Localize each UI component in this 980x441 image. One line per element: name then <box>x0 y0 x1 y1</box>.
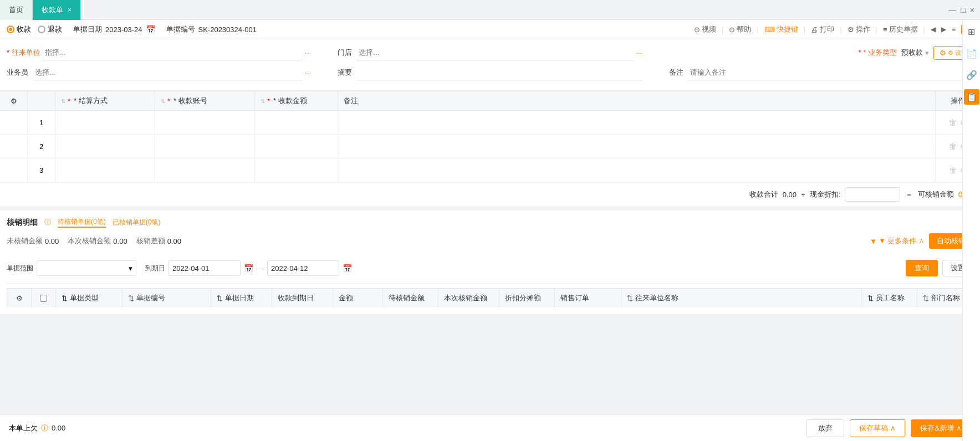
delete-icon-2[interactable]: 🗑 <box>949 142 957 151</box>
staff-more-icon[interactable]: ··· <box>305 68 312 77</box>
th-settings[interactable]: ⚙ <box>0 91 28 110</box>
window-close-icon[interactable]: × <box>970 6 974 14</box>
bottom-info-icon[interactable]: ⓘ <box>41 423 48 433</box>
date-calendar-icon[interactable]: 📅 <box>146 25 155 34</box>
history-btn[interactable]: ≡ 历史单据 <box>883 24 918 34</box>
summary-field: 摘要 <box>338 65 642 80</box>
video-icon: ⊙ <box>694 25 700 34</box>
sidebar-table-icon[interactable]: ⊞ <box>966 24 977 39</box>
filter-more-btn[interactable]: ▼ ▼ 更多条件 ∧ <box>870 236 925 246</box>
verification-section: 核销明细 ⓘ 待核销单据(0笔) 已核销单据(0笔) 未核销金额 0.00 本次… <box>0 211 980 314</box>
td-account-2[interactable] <box>155 135 255 158</box>
due-date-to[interactable] <box>267 260 339 276</box>
nav-next-icon[interactable]: ▶ <box>941 25 946 33</box>
td-note-1[interactable] <box>338 111 936 134</box>
td-settlement-2[interactable] <box>55 135 155 158</box>
print-btn[interactable]: 🖨 打印 <box>811 24 834 34</box>
dth-settings[interactable]: ⚙ <box>7 289 32 307</box>
td-num-1: 1 <box>28 111 55 134</box>
help-icon: ⊙ <box>729 25 735 34</box>
save-draft-button[interactable]: 保存草稿 ∧ <box>850 419 905 437</box>
td-amount-2[interactable] <box>255 135 338 158</box>
query-button[interactable]: 查询 <box>906 260 938 276</box>
range-label: 单据范围 <box>7 264 33 273</box>
dth-checkbox[interactable] <box>32 289 56 307</box>
info-icon[interactable]: ⓘ <box>44 218 51 227</box>
section-title: 核销明细 <box>7 218 38 228</box>
form-row-1: 往来单位 ··· 门店 ··· * 业务类型 预收款 ▾ ⚙ ⚙ 设置 <box>7 45 973 60</box>
td-note-3[interactable] <box>338 158 936 182</box>
th-note: 备注 <box>338 91 936 110</box>
partner-more-icon[interactable]: ··· <box>305 48 312 57</box>
remark-input[interactable] <box>688 65 973 80</box>
business-type-dropdown-icon[interactable]: ▾ <box>925 49 929 57</box>
window-maximize-icon[interactable]: □ <box>961 6 965 14</box>
dth-staff: ⇅ 员工名称 <box>862 289 917 307</box>
select-all-checkbox[interactable] <box>40 295 47 302</box>
right-sidebar: ⊞ 📄 🔗 📋 <box>962 20 980 441</box>
td-amount-1[interactable] <box>255 111 338 134</box>
shortcut-btn[interactable]: ⌨ 快捷键 <box>764 24 798 34</box>
tab-home[interactable]: 首页 <box>0 0 33 20</box>
print-icon: 🖨 <box>811 25 818 34</box>
total-label: 收款合计 <box>749 189 778 199</box>
tab-pending[interactable]: 待核销单据(0笔) <box>58 217 106 228</box>
tab-done[interactable]: 已核销单据(0笔) <box>113 218 161 227</box>
shop-field: 门店 ··· <box>338 45 642 60</box>
th-amount: ⇅ * * 收款金额 <box>255 91 338 110</box>
bottom-buttons: 放弃 保存草稿 ∧ 保存&新增 ∧ <box>807 419 971 437</box>
td-num-2: 2 <box>28 135 55 158</box>
td-amount-3[interactable] <box>255 158 338 182</box>
radio-refund[interactable]: 退款 <box>38 24 62 34</box>
summary-input[interactable] <box>356 65 642 80</box>
delete-icon-1[interactable]: 🗑 <box>949 118 957 127</box>
tab-close-icon[interactable]: × <box>68 6 72 14</box>
equal-symbol: = <box>907 191 911 199</box>
video-btn[interactable]: ⊙ 视频 <box>694 24 716 34</box>
dth-pending: 待核销金额 <box>383 289 438 307</box>
summary-row: 收款合计 0.00 + 现金折扣: = 可核销金额 0.00 <box>0 182 980 206</box>
partner-field: 往来单位 ··· <box>7 45 311 60</box>
shop-more-icon[interactable]: ··· <box>636 48 642 57</box>
form-area: 往来单位 ··· 门店 ··· * 业务类型 预收款 ▾ ⚙ ⚙ 设置 <box>0 39 980 91</box>
partner-input[interactable] <box>43 45 303 60</box>
sidebar-link-icon[interactable]: 🔗 <box>964 68 979 83</box>
delete-icon-3[interactable]: 🗑 <box>949 166 957 175</box>
view-list-icon[interactable]: ≡ <box>952 25 956 33</box>
nav-prev-icon[interactable]: ◀ <box>931 25 936 33</box>
tab-receipt[interactable]: 收款单 × <box>33 0 81 20</box>
staff-input[interactable] <box>33 65 303 80</box>
th-settlement: ⇅ * * 结算方式 <box>55 91 155 110</box>
operation-btn[interactable]: ⚙ 操作 <box>848 24 870 34</box>
td-note-2[interactable] <box>338 135 936 158</box>
date-value: 2023-03-24 <box>105 25 142 34</box>
cal-icon-to[interactable]: 📅 <box>343 264 352 273</box>
sidebar-doc-icon[interactable]: 📄 <box>964 46 979 61</box>
shop-label: 门店 <box>338 48 352 58</box>
setting-gear-icon: ⚙ <box>940 49 946 57</box>
td-num-3: 3 <box>28 158 55 182</box>
sidebar-active-icon[interactable]: 📋 <box>964 89 979 105</box>
cal-icon-from[interactable]: 📅 <box>244 264 253 273</box>
range-select[interactable]: ▾ <box>37 260 136 276</box>
settings-gear-icon: ⚙ <box>11 97 17 105</box>
td-account-1[interactable] <box>155 111 255 134</box>
discount-input[interactable] <box>845 187 900 202</box>
filter-icon: ▼ <box>870 237 877 245</box>
td-settlement-1[interactable] <box>55 111 155 134</box>
net-label: 可核销金额 <box>918 189 954 199</box>
due-date-label: 到期日 <box>145 264 165 273</box>
radio-receipt-label: 收款 <box>17 24 31 34</box>
bottom-info: 本单上欠 ⓘ 0.00 <box>9 423 65 433</box>
bottom-info-label: 本单上欠 <box>9 423 38 433</box>
due-date-from[interactable] <box>169 260 241 276</box>
abandon-button[interactable]: 放弃 <box>807 419 844 437</box>
window-minimize-icon[interactable]: — <box>948 6 956 14</box>
td-settlement-3[interactable] <box>55 158 155 182</box>
radio-receipt[interactable]: 收款 <box>7 24 31 34</box>
help-btn[interactable]: ⊙ 帮助 <box>729 24 751 34</box>
shop-input[interactable] <box>356 45 634 60</box>
doc-num-field: 单据编号 SK-20230324-001 <box>166 24 257 34</box>
stat-diff: 核销差额 0.00 <box>136 236 181 246</box>
td-account-3[interactable] <box>155 158 255 182</box>
